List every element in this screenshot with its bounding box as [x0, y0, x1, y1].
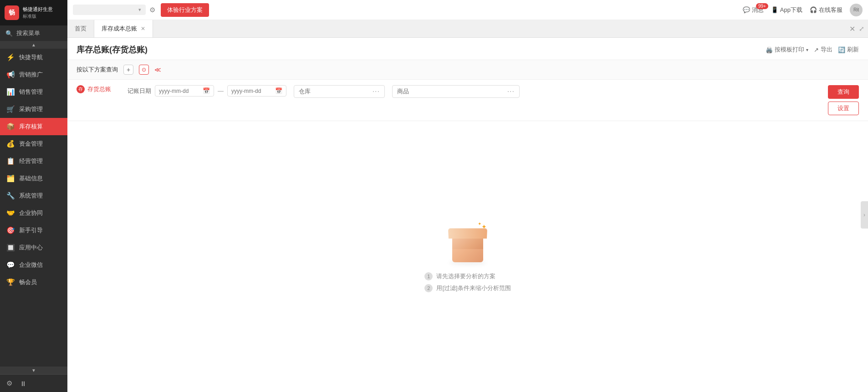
settings-btn[interactable]: 设置: [828, 102, 859, 115]
app-version: 标准版: [23, 13, 53, 20]
sidebar-item-label: 企业微信: [19, 261, 43, 269]
basics-icon: 🗂️: [6, 174, 15, 183]
date-end-field[interactable]: [231, 88, 272, 94]
date-separator: —: [218, 87, 224, 94]
page-panel: 库存总账(存货总账) 🖨️ 按模板打印 ▾ ↗ 导出 🔄 刷新: [67, 38, 868, 392]
logo-icon: 畅: [5, 5, 19, 20]
print-btn[interactable]: 🖨️ 按模板打印 ▾: [766, 46, 808, 54]
quick-nav-icon: ⚡: [6, 53, 15, 61]
panel-expand-icon[interactable]: ⤢: [859, 25, 864, 32]
finance-icon: 💰: [6, 140, 15, 148]
sidebar-item-finance[interactable]: 💰 资金管理: [0, 135, 67, 153]
scroll-down-btn[interactable]: ▼: [0, 367, 67, 374]
tab-home[interactable]: 首页: [67, 20, 94, 37]
date-label: 记账日期: [128, 87, 151, 95]
nav-area[interactable]: ▾: [73, 5, 146, 15]
query-btn[interactable]: 查询: [828, 85, 859, 99]
support-label: 在线客服: [819, 6, 842, 14]
empty-illustration: ✦ ✦ 1 请先选择要分析的方案 2 用[过滤]条件来缩小分析范围: [424, 221, 511, 292]
online-support-btn[interactable]: 🎧 在线客服: [810, 6, 842, 14]
search-label: 搜索菜单: [16, 29, 40, 37]
hint-num-2: 2: [424, 284, 433, 292]
warehouse-filter[interactable]: 仓库 ···: [294, 85, 385, 98]
export-label: 导出: [821, 46, 832, 54]
sidebar-nav: ⚡ 快捷导航 📢 营销推广 📊 销售管理 🛒 采购管理 📦 库存核算 💰 资金管…: [0, 49, 67, 367]
main-area: ▾ ⚙ 体验行业方案 💬 消息 99+ 📱 App下载 🎧 在线客服 Rit: [67, 0, 868, 392]
scroll-up-btn[interactable]: ▲: [0, 41, 67, 49]
filter-collapse-icon[interactable]: ≪: [154, 66, 161, 73]
calendar-start-icon[interactable]: 📅: [203, 87, 210, 94]
sidebar: 畅 畅捷通好生意 标准版 🔍 搜索菜单 ▲ ⚡ 快捷导航 📢 营销推广 📊 销售…: [0, 0, 67, 392]
operation-icon: 📋: [6, 157, 15, 165]
product-more-icon[interactable]: ···: [507, 87, 515, 96]
sidebar-item-corp[interactable]: 🤝 企业协同: [0, 204, 67, 222]
right-panel-toggle[interactable]: ›: [861, 201, 868, 229]
date-start-field[interactable]: [159, 88, 200, 94]
sidebar-item-operation[interactable]: 📋 经营管理: [0, 153, 67, 170]
app-download-label: App下载: [780, 6, 802, 14]
sidebar-item-inventory[interactable]: 📦 库存核算: [0, 118, 67, 135]
message-badge: 99+: [756, 3, 768, 9]
sidebar-footer: ⚙ ⏸: [0, 374, 67, 392]
search-menu[interactable]: 🔍 搜索菜单: [0, 25, 67, 41]
page-header: 库存总账(存货总账) 🖨️ 按模板打印 ▾ ↗ 导出 🔄 刷新: [67, 38, 868, 60]
empty-state: ✦ ✦ 1 请先选择要分析的方案 2 用[过滤]条件来缩小分析范围: [67, 121, 868, 392]
export-btn[interactable]: ↗ 导出: [814, 46, 832, 54]
sidebar-item-label: 应用中心: [19, 244, 43, 252]
print-icon: 🖨️: [766, 46, 773, 53]
sidebar-item-label: 企业协同: [19, 209, 43, 217]
settings-icon[interactable]: ⚙: [6, 379, 12, 387]
sidebar-item-purchase[interactable]: 🛒 采购管理: [0, 101, 67, 118]
sidebar-item-member[interactable]: 🏆 畅会员: [0, 274, 67, 291]
scheme-label: 存货总账: [87, 85, 111, 93]
refresh-label: 刷新: [847, 46, 859, 54]
panel-close-btn[interactable]: ✕: [849, 25, 855, 33]
user-avatar-btn[interactable]: Rit: [850, 4, 863, 16]
app-logo: 畅 畅捷通好生意 标准版: [0, 0, 67, 25]
sidebar-item-newbie[interactable]: 🎯 新手引导: [0, 222, 67, 239]
scheme-item: 存 存货总账: [77, 85, 111, 93]
calendar-end-icon[interactable]: 📅: [275, 87, 282, 94]
app-download-btn[interactable]: 📱 App下载: [771, 6, 802, 14]
sidebar-item-label: 采购管理: [19, 105, 43, 113]
sidebar-item-sales[interactable]: 📊 销售管理: [0, 83, 67, 101]
phone-icon: 📱: [771, 6, 778, 13]
sidebar-item-label: 畅会员: [19, 278, 37, 286]
filter-settings-btn[interactable]: ⊙: [139, 65, 149, 75]
industry-btn[interactable]: 体验行业方案: [161, 3, 209, 17]
sales-icon: 📊: [6, 88, 15, 96]
topbar-gear-icon[interactable]: ⚙: [149, 6, 155, 14]
refresh-btn[interactable]: 🔄 刷新: [838, 46, 859, 54]
tab-inventory-ledger[interactable]: 库存成本总账 ✕: [94, 20, 153, 37]
message-icon: 💬: [743, 6, 750, 13]
marketing-icon: 📢: [6, 71, 15, 79]
sidebar-item-quick-nav[interactable]: ⚡ 快捷导航: [0, 49, 67, 66]
sound-icon[interactable]: ⏸: [20, 380, 26, 387]
date-filter: 记账日期 📅 — 📅: [128, 85, 286, 97]
tab-home-label: 首页: [75, 25, 87, 33]
purchase-icon: 🛒: [6, 105, 15, 113]
filter-add-btn[interactable]: +: [123, 65, 133, 75]
tab-close-icon[interactable]: ✕: [141, 25, 145, 32]
sidebar-item-app-center[interactable]: 🔲 应用中心: [0, 239, 67, 256]
sidebar-item-basics[interactable]: 🗂️ 基础信息: [0, 170, 67, 187]
sidebar-item-label: 经营管理: [19, 157, 43, 165]
corp-icon: 🤝: [6, 209, 15, 217]
hint-text-2: 用[过滤]条件来缩小分析范围: [436, 284, 511, 292]
date-end-input[interactable]: 📅: [227, 85, 286, 97]
empty-icon: ✦ ✦: [445, 221, 490, 267]
product-filter[interactable]: 商品 ···: [392, 85, 520, 98]
sidebar-item-wechat[interactable]: 💬 企业微信: [0, 256, 67, 274]
empty-hints: 1 请先选择要分析的方案 2 用[过滤]条件来缩小分析范围: [424, 272, 511, 292]
warehouse-more-icon[interactable]: ···: [373, 87, 380, 96]
nav-text: [77, 6, 138, 13]
tab-inventory-ledger-label: 库存成本总账: [102, 25, 137, 33]
export-icon: ↗: [814, 46, 819, 53]
date-start-input[interactable]: 📅: [155, 85, 214, 97]
inventory-icon: 📦: [6, 122, 15, 131]
sidebar-item-system[interactable]: 🔧 系统管理: [0, 187, 67, 204]
sidebar-item-marketing[interactable]: 📢 营销推广: [0, 66, 67, 83]
message-btn[interactable]: 💬 消息 99+: [743, 6, 764, 14]
app-name: 畅捷通好生意: [23, 6, 53, 13]
empty-hint-1: 1 请先选择要分析的方案: [424, 272, 511, 280]
